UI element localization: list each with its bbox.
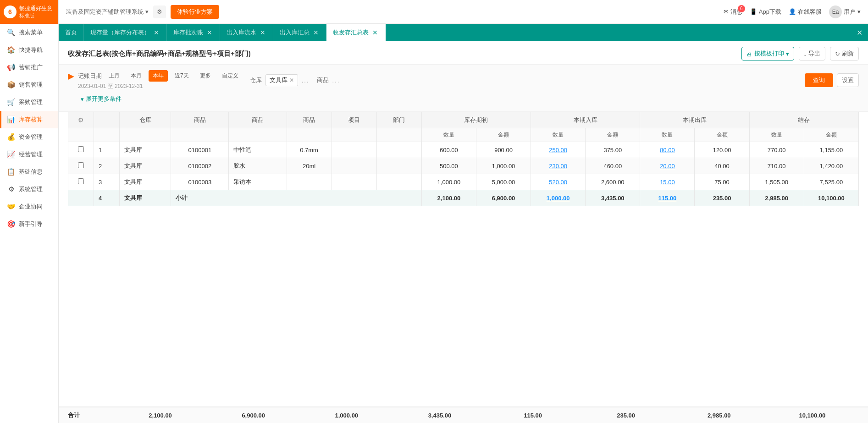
app-download-button[interactable]: 📱 App下载 bbox=[750, 8, 781, 16]
sidebar-item-finance[interactable]: 💰 资金管理 bbox=[0, 128, 58, 146]
tab-close-batch[interactable]: ✕ bbox=[206, 29, 213, 36]
sidebar-item-quick-nav[interactable]: 🏠 快捷导航 bbox=[0, 41, 58, 59]
sidebar-item-sales[interactable]: 📦 销售管理 bbox=[0, 76, 58, 93]
tab-inout-flow[interactable]: 出入库流水✕ bbox=[220, 24, 273, 41]
sidebar-item-operations[interactable]: 📈 经营管理 bbox=[0, 146, 58, 163]
row-in-qty-val-0[interactable]: 250.00 bbox=[549, 147, 567, 154]
expand-conditions-button[interactable]: ▾ 展开更多条件 bbox=[81, 92, 859, 106]
tab-close-inventory-dist[interactable]: ✕ bbox=[153, 29, 160, 36]
column-settings-icon[interactable]: ⚙ bbox=[78, 116, 84, 124]
row-bal-amt-1: 1,420.00 bbox=[804, 158, 858, 174]
close-all-tabs-button[interactable]: ✕ bbox=[851, 28, 868, 37]
sidebar-item-marketing[interactable]: 📢 营销推广 bbox=[0, 59, 58, 76]
row-out-qty-val-1[interactable]: 20.00 bbox=[660, 163, 675, 170]
purchase-icon: 🛒 bbox=[7, 98, 15, 106]
sidebar-label-search: 搜索菜单 bbox=[19, 28, 43, 37]
refresh-button[interactable]: ↻ 刷新 bbox=[830, 47, 859, 60]
col-header-warehouse: 仓库 bbox=[120, 112, 171, 128]
filter-settings-button[interactable]: 设置 bbox=[837, 73, 859, 87]
row-bal-amt-0: 1,155.00 bbox=[804, 142, 858, 158]
sub-col-spec bbox=[287, 128, 332, 142]
subtotal-in-qty[interactable]: 1,000.00 bbox=[531, 190, 586, 206]
col-header-code: 商品 bbox=[171, 112, 229, 128]
row-out-qty-2[interactable]: 15.00 bbox=[640, 174, 695, 190]
sidebar-item-inventory[interactable]: 📊 库存核算 bbox=[0, 111, 58, 128]
goods-more-btn[interactable]: ... bbox=[332, 77, 340, 84]
row-in-qty-1[interactable]: 230.00 bbox=[531, 158, 586, 174]
tab-inout-summary[interactable]: 出入库汇总✕ bbox=[273, 24, 326, 41]
online-service-button[interactable]: 👤 在线客服 bbox=[789, 8, 822, 16]
sidebar-label-inventory: 库存核算 bbox=[19, 115, 43, 124]
tab-home[interactable]: 首页 bbox=[59, 24, 84, 41]
warehouse-more-btn[interactable]: ... bbox=[302, 77, 310, 84]
message-icon: ✉ bbox=[724, 8, 729, 15]
row-check-0[interactable] bbox=[68, 142, 94, 158]
subtotal-out-qty[interactable]: 115.00 bbox=[640, 190, 695, 206]
subtotal-out-qty-val[interactable]: 115.00 bbox=[658, 195, 677, 202]
sidebar-item-newbie[interactable]: 🎯 新手引导 bbox=[0, 215, 58, 233]
row-checkbox-0[interactable] bbox=[78, 146, 84, 152]
row-checkbox-2[interactable] bbox=[78, 178, 84, 184]
row-bal-amt-2: 7,525.00 bbox=[804, 174, 858, 190]
row-spec-2 bbox=[287, 174, 332, 190]
system-selector[interactable]: 装备及固定资产辅助管理系统 ▾ bbox=[66, 8, 149, 16]
sub-col-bal-qty: 数量 bbox=[749, 128, 804, 142]
tab-receive-summary[interactable]: 收发存汇总表✕ bbox=[326, 24, 386, 41]
row-in-qty-val-2[interactable]: 520.00 bbox=[549, 179, 567, 186]
query-button[interactable]: 查询 bbox=[805, 73, 833, 87]
row-out-qty-val-0[interactable]: 80.00 bbox=[660, 147, 675, 154]
row-check-2[interactable] bbox=[68, 174, 94, 190]
row-in-qty-0[interactable]: 250.00 bbox=[531, 142, 586, 158]
operations-icon: 📈 bbox=[7, 150, 15, 159]
sidebar-item-search[interactable]: 🔍 搜索菜单 bbox=[0, 24, 58, 41]
row-in-amt-1: 460.00 bbox=[586, 158, 640, 174]
gear-icon: ⚙ bbox=[157, 8, 162, 15]
sidebar-item-system[interactable]: ⚙ 系统管理 bbox=[0, 181, 58, 198]
sidebar-item-enterprise[interactable]: 🤝 企业协同 bbox=[0, 198, 58, 215]
row-in-qty-val-1[interactable]: 230.00 bbox=[549, 163, 567, 170]
expand-label: 展开更多条件 bbox=[86, 95, 122, 103]
filter-toggle-icon[interactable]: ▶ bbox=[68, 70, 74, 81]
tab-label-inout-flow: 出入库流水 bbox=[227, 28, 256, 37]
tab-close-receive-summary[interactable]: ✕ bbox=[371, 29, 379, 36]
sub-col-in-qty: 数量 bbox=[531, 128, 586, 142]
sidebar-item-basic-info[interactable]: 📋 基础信息 bbox=[0, 163, 58, 181]
sidebar-label-quick-nav: 快捷导航 bbox=[19, 46, 43, 54]
user-menu[interactable]: Ea 用户 ▾ bbox=[829, 5, 861, 18]
print-button[interactable]: 🖨 按模板打印 ▾ bbox=[741, 47, 794, 60]
row-checkbox-1[interactable] bbox=[78, 162, 84, 168]
subtotal-in-qty-val[interactable]: 1,000.00 bbox=[547, 195, 570, 202]
row-out-qty-1[interactable]: 20.00 bbox=[640, 158, 695, 174]
trial-button[interactable]: 体验行业方案 bbox=[171, 5, 219, 19]
row-out-qty-val-2[interactable]: 15.00 bbox=[660, 179, 675, 186]
date-btn-this-year[interactable]: 本年 bbox=[149, 70, 168, 82]
col-header-no bbox=[94, 112, 120, 128]
subtotal-open-qty: 2,100.00 bbox=[421, 190, 476, 206]
sidebar: 6 畅捷通好生意 标准版 🔍 搜索菜单 🏠 快捷导航 📢 营销推广 📦 销售管理… bbox=[0, 0, 59, 423]
settings-button[interactable]: ⚙ bbox=[153, 5, 166, 18]
date-btn-this-month[interactable]: 本月 bbox=[127, 70, 146, 82]
date-btn-custom[interactable]: 自定义 bbox=[218, 70, 243, 82]
col-header-settings[interactable]: ⚙ bbox=[68, 112, 94, 128]
tab-inventory-dist[interactable]: 现存量（库存分布表）✕ bbox=[84, 24, 167, 41]
footer-bal-amt: 10,100.00 bbox=[766, 412, 859, 419]
tab-label-home: 首页 bbox=[65, 28, 77, 37]
date-btn-7days[interactable]: 近7天 bbox=[171, 70, 193, 82]
row-in-qty-2[interactable]: 520.00 bbox=[531, 174, 586, 190]
date-btn-more[interactable]: 更多 bbox=[196, 70, 215, 82]
sidebar-item-purchase[interactable]: 🛒 采购管理 bbox=[0, 93, 58, 111]
row-project-2 bbox=[332, 174, 376, 190]
warehouse-tag-close[interactable]: ✕ bbox=[289, 77, 294, 83]
tab-close-inout-flow[interactable]: ✕ bbox=[259, 29, 266, 36]
row-out-qty-0[interactable]: 80.00 bbox=[640, 142, 695, 158]
tab-batch[interactable]: 库存批次账✕ bbox=[167, 24, 220, 41]
row-code-1: 0100002 bbox=[171, 158, 229, 174]
subtotal-out-amt: 235.00 bbox=[695, 190, 749, 206]
messages-button[interactable]: ✉ 消息 6 bbox=[724, 8, 742, 16]
export-button[interactable]: ↓ 导出 bbox=[799, 47, 826, 60]
tab-close-inout-summary[interactable]: ✕ bbox=[312, 29, 320, 36]
date-btn-last-month[interactable]: 上月 bbox=[105, 70, 124, 82]
row-check-1[interactable] bbox=[68, 158, 94, 174]
sidebar-label-finance: 资金管理 bbox=[19, 133, 43, 141]
app-logo: 6 畅捷通好生意 标准版 bbox=[0, 0, 58, 24]
